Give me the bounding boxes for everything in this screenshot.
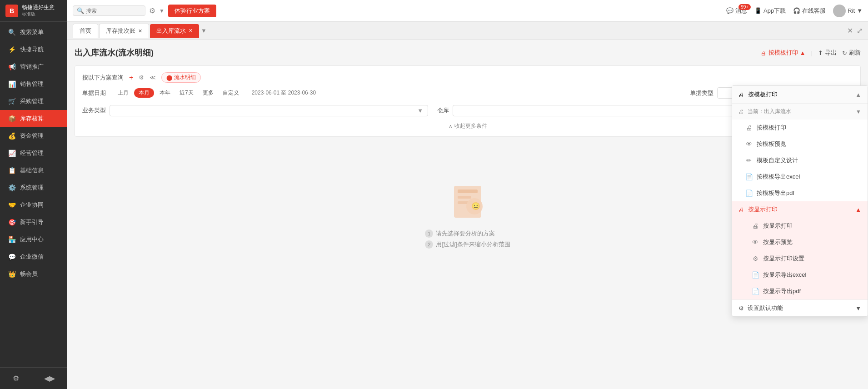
pdf-icon: 📄 [745,190,753,197]
filter-collapse-icon[interactable]: ≪ [150,74,156,81]
footer-settings-icon: ⚙ [738,305,744,312]
handshake-icon: 🤝 [7,201,16,209]
dropdown-header: 🖨 按模板打印 ▲ [732,86,868,104]
sidebar-item-finance[interactable]: 💰 资金管理 [0,127,67,145]
gear-icon: ⚙️ [7,184,16,191]
app-logo-icon: B [5,5,18,17]
date-btn-custom[interactable]: 自定义 [219,88,243,98]
tab-batch-account[interactable]: 库存批次账 ✕ [99,24,149,38]
refresh-btn[interactable]: ↻ 刷新 [842,49,861,57]
display-preview-icon: 👁 [751,239,759,246]
customer-service-btn[interactable]: 🎧 在线客服 [793,7,826,15]
dropdown-template-export-pdf[interactable]: 📄 按模板导出pdf [732,185,868,201]
window-close-btn[interactable]: ✕ [847,26,853,35]
sidebar-item-wechat[interactable]: 💬 企业微信 [0,248,67,265]
print-icon: 🖨 [761,50,767,56]
trial-btn[interactable]: 体验行业方案 [168,5,216,17]
dropdown-display-print-settings[interactable]: ⚙ 按显示打印设置 [732,250,868,267]
warehouse-pair: 仓库 ··· [437,105,783,116]
trend-icon: 📈 [7,150,16,157]
sidebar-item-collab[interactable]: 🤝 企业协同 [0,196,67,214]
date-btn-last-month[interactable]: 上月 [114,88,132,98]
svg-rect-2 [458,196,471,199]
display-section-arrow-icon: ▲ [855,206,861,213]
sidebar-item-sales[interactable]: 📊 销售管理 [0,75,67,93]
sidebar-item-purchase[interactable]: 🛒 采购管理 [0,93,67,110]
tab-close-in-out-flow[interactable]: ✕ [189,28,193,34]
dropdown-template-export-excel[interactable]: 📄 按模板导出excel [732,169,868,185]
dropdown-footer[interactable]: ⚙ 设置默认功能 ▼ [732,299,868,316]
dropdown-template-print[interactable]: 🖨 按模板打印 [732,120,868,136]
dropdown-display-export-pdf[interactable]: 📄 按显示导出pdf [732,283,868,299]
app-download-btn[interactable]: 📱 App下载 [754,7,786,15]
filter-row-1: 按以下方案查询 + ⚙ ≪ ⬤ 流水明细 [82,72,853,83]
window-expand-btn[interactable]: ⤢ [857,26,863,35]
display-print-sub-icon: 🖨 [751,222,759,229]
print-icon: 🖨 [745,124,753,131]
bill-type-label: 单据类型 [690,89,713,97]
filter-tag-flow-detail[interactable]: ⬤ 流水明细 [161,72,201,83]
footer-arrow-icon: ▼ [855,305,861,312]
target-icon: 🎯 [7,219,16,226]
page-content: 出入库流水(流水明细) 🖨 按模板打印 ▲ | ⬆ 导出 ↻ 刷新 [67,40,868,389]
window-controls: ✕ ⤢ [847,26,863,35]
dropdown-display-section-header[interactable]: 🖨 按显示打印 ▲ [732,201,868,218]
dropdown-display-preview[interactable]: 👁 按显示预览 [732,234,868,250]
sidebar-item-operations[interactable]: 📈 经营管理 [0,145,67,162]
cart-icon: 🛒 [7,98,16,105]
business-type-select[interactable]: ▼ [110,105,428,116]
user-avatar[interactable]: Rit ▼ [833,5,863,17]
sidebar-item-quick-nav[interactable]: ⚡ 快捷导航 [0,41,67,58]
topbar-right: 💬 消息 99+ 📱 App下载 🎧 在线客服 Rit ▼ [726,5,863,17]
dropdown-arrow-icon[interactable]: ▼ [159,8,165,14]
message-btn[interactable]: 💬 消息 99+ [726,7,747,15]
sidebar-item-guide[interactable]: 🎯 新手引导 [0,214,67,231]
search-input[interactable] [86,8,136,14]
dropdown-display-section: 🖨 按显示打印 ▲ 🖨 按显示打印 👁 按显示预览 ⚙ 按显示打印设置 [732,201,868,299]
svg-rect-1 [458,190,478,193]
settings-icon[interactable]: ⚙ [149,6,155,15]
sidebar-logo: B 畅捷通好生意 标准版 [0,0,67,22]
dropdown-arrow-up-icon[interactable]: ▲ [855,91,861,98]
date-btn-more[interactable]: 更多 [199,88,217,98]
sidebar-item-inventory[interactable]: 📦 库存核算 [0,110,67,127]
filter-add-btn[interactable]: + [129,74,133,82]
dropdown-display-print[interactable]: 🖨 按显示打印 [732,218,868,234]
search-icon: 🔍 [77,7,84,14]
tab-home[interactable]: 首页 [73,24,98,38]
sidebar-settings-btn[interactable]: ⚙ [9,372,23,384]
wechat-icon: 💬 [7,253,16,260]
sidebar-item-member[interactable]: 👑 畅会员 [0,265,67,283]
dropdown-panel: 🖨 按模板打印 ▲ 🖨 当前：出入库流水 ▼ 🖨 按模板打印 👁 按模板预览 ✏… [732,85,868,317]
message-icon: 💬 [726,7,733,14]
filter-settings-icon[interactable]: ⚙ [139,74,144,81]
current-icon: 🖨 [738,109,744,115]
sidebar-item-marketing[interactable]: 📢 营销推广 [0,58,67,75]
sidebar-item-appstore[interactable]: 🏪 应用中心 [0,231,67,248]
export-btn[interactable]: ⬆ 导出 [818,49,837,57]
eye-icon: 👁 [745,140,753,148]
dropdown-current-label: 🖨 当前：出入库流水 ▼ [732,104,868,120]
dropdown-template-preview[interactable]: 👁 按模板预览 [732,136,868,152]
dropdown-display-export-excel[interactable]: 📄 按显示导出excel [732,267,868,283]
date-btn-this-year[interactable]: 本年 [156,88,174,98]
empty-tip-2: 2 用[过滤]条件来缩小分析范围 [425,240,510,249]
print-template-btn[interactable]: 🖨 按模板打印 ▲ [761,49,806,57]
tab-close-batch-account[interactable]: ✕ [138,28,142,34]
sidebar-item-basic[interactable]: 📋 基础信息 [0,162,67,179]
empty-illustration: 😐 [440,177,495,222]
refresh-icon: ↻ [842,50,847,56]
headset-icon: 🎧 [793,7,800,14]
date-btn-this-month[interactable]: 本月 [134,88,154,98]
sidebar-collapse-btn[interactable]: ◀▶ [40,372,59,384]
sidebar-item-search[interactable]: 🔍 搜索菜单 [0,24,67,41]
sidebar-item-system[interactable]: ⚙️ 系统管理 [0,179,67,196]
topbar-search-box[interactable]: 🔍 [73,5,145,16]
app-logo-text: 畅捷通好生意 标准版 [22,4,55,18]
clipboard-icon: 📋 [7,167,16,174]
tab-in-out-flow[interactable]: 出入库流水 ✕ [150,24,199,38]
date-btn-7days[interactable]: 近7天 [176,88,197,98]
dropdown-template-custom[interactable]: ✏ 模板自定义设计 [732,152,868,169]
tab-expand-btn[interactable]: ▼ [201,27,207,34]
filter-section-label: 按以下方案查询 [82,74,124,82]
